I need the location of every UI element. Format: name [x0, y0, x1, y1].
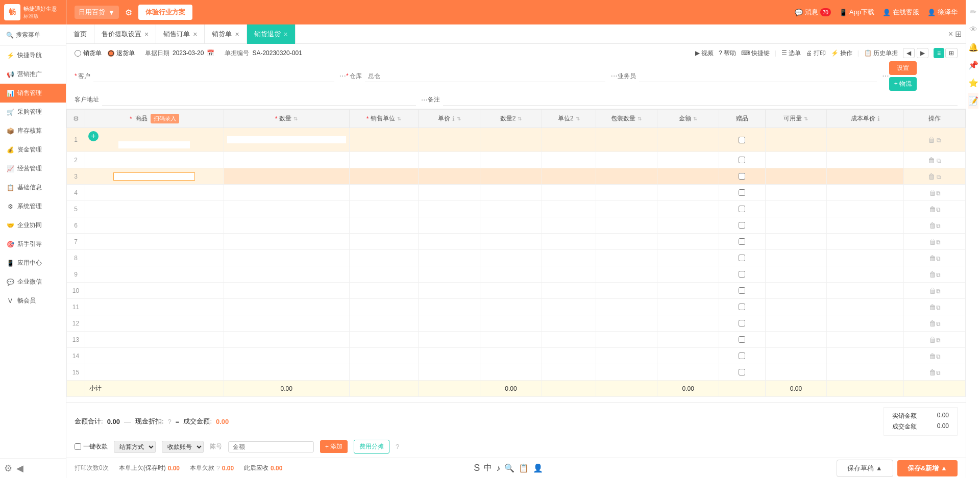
- s-icon5[interactable]: 📋: [519, 463, 529, 473]
- s-icon4[interactable]: 🔍: [504, 463, 514, 473]
- customer-input[interactable]: [93, 70, 334, 82]
- address-input[interactable]: [102, 94, 416, 106]
- gift-checkbox-5[interactable]: [739, 206, 745, 212]
- video-button[interactable]: ▶ 视频: [695, 49, 714, 58]
- copy-row-13-button[interactable]: ⧉: [936, 337, 941, 344]
- topbar-gear-button[interactable]: ⚙: [125, 8, 132, 17]
- s-icon3[interactable]: ♪: [496, 464, 500, 473]
- address-dots-button[interactable]: ···: [421, 95, 428, 105]
- gift-checkbox-10[interactable]: [739, 287, 745, 294]
- copy-row-10-button[interactable]: ⧉: [936, 288, 941, 295]
- copy-row-9-button[interactable]: ⧉: [936, 271, 941, 279]
- tab-sale-order[interactable]: 销售订单 ×: [156, 24, 205, 44]
- tab-sale-return[interactable]: 销货退货 ×: [247, 24, 296, 44]
- delete-row-12-button[interactable]: 🗑: [929, 319, 936, 328]
- sidebar-collapse-button[interactable]: ◀: [16, 463, 23, 474]
- close-tab-button[interactable]: ×: [948, 30, 953, 39]
- gift-checkbox-3[interactable]: [739, 173, 745, 180]
- category-select[interactable]: 日用百货 ▼: [75, 6, 119, 19]
- nav-item-sales[interactable]: 📊 销售管理: [0, 84, 66, 103]
- nav-item-newuser[interactable]: 🎯 新手引导: [0, 235, 66, 254]
- gift-checkbox-6[interactable]: [739, 222, 745, 229]
- delete-row-9-button[interactable]: 🗑: [929, 270, 936, 279]
- user-menu-button[interactable]: 👤 徐泽华: [927, 8, 958, 17]
- nav-item-quicknav[interactable]: ⚡ 快捷导航: [0, 46, 66, 65]
- column-settings-button[interactable]: ⚙: [73, 115, 79, 122]
- gift-checkbox-12[interactable]: [739, 320, 745, 326]
- nav-item-basic[interactable]: 📋 基础信息: [0, 178, 66, 197]
- maximize-button[interactable]: ⊞: [955, 29, 962, 39]
- select-button[interactable]: ☰ 选单: [781, 49, 801, 58]
- qty-input-1[interactable]: [227, 136, 346, 143]
- prev-record-button[interactable]: ◀: [903, 48, 915, 58]
- sale-radio[interactable]: [75, 50, 81, 57]
- logistics-button[interactable]: + 物流: [889, 77, 917, 91]
- tab-sale-price[interactable]: 售价提取设置 ×: [94, 24, 156, 44]
- grid-view-button[interactable]: ⊞: [945, 48, 958, 58]
- tab-sale-delivery[interactable]: 销货单 ×: [205, 24, 247, 44]
- add-payment-button[interactable]: + 添加: [320, 440, 348, 453]
- shortcut-button[interactable]: ⌨ 快捷键: [741, 49, 770, 58]
- delete-row-7-button[interactable]: 🗑: [929, 238, 936, 246]
- tab-home[interactable]: 首页: [66, 24, 94, 44]
- tab-close-sale-delivery[interactable]: ×: [235, 30, 239, 38]
- delete-row-13-button[interactable]: 🗑: [929, 336, 936, 344]
- delete-row-3-button[interactable]: 🗑: [928, 172, 935, 181]
- payment-amount-input[interactable]: [228, 441, 314, 452]
- delete-row-6-button[interactable]: 🗑: [929, 221, 936, 230]
- rp-edit-button[interactable]: ✏: [970, 4, 976, 20]
- gift-checkbox-1[interactable]: [739, 137, 745, 143]
- nav-item-enterprise[interactable]: 🤝 企业协同: [0, 216, 66, 235]
- delete-row-14-button[interactable]: 🗑: [929, 352, 936, 360]
- calendar-icon[interactable]: 📅: [207, 49, 214, 57]
- one-click-pay-checkbox[interactable]: 一键收款: [75, 442, 108, 451]
- tab-close-sale-order[interactable]: ×: [193, 30, 197, 38]
- delete-row-4-button[interactable]: 🗑: [929, 189, 936, 197]
- gift-checkbox-4[interactable]: [739, 189, 745, 196]
- delete-row-2-button[interactable]: 🗑: [928, 156, 935, 164]
- customer-dots-button[interactable]: ···: [339, 71, 346, 81]
- search-menu-button[interactable]: 🔍 搜索菜单: [4, 29, 62, 41]
- copy-row-5-button[interactable]: ⧉: [936, 206, 941, 213]
- online-service-button[interactable]: 👤 在线客服: [883, 8, 919, 17]
- gift-checkbox-9[interactable]: [739, 271, 745, 278]
- delete-row-1-button[interactable]: 🗑: [928, 136, 935, 144]
- s-icon2[interactable]: 中: [484, 463, 492, 473]
- nav-item-system[interactable]: ⚙ 系统管理: [0, 197, 66, 216]
- unit2-sort-icon[interactable]: ⇅: [576, 116, 580, 121]
- next-record-button[interactable]: ▶: [917, 48, 928, 58]
- fee-split-button[interactable]: 费用分摊: [354, 440, 389, 454]
- gift-checkbox-14[interactable]: [739, 353, 745, 359]
- gift-checkbox-8[interactable]: [739, 255, 745, 261]
- copy-row-14-button[interactable]: ⧉: [936, 353, 941, 360]
- copy-row-4-button[interactable]: ⧉: [936, 190, 941, 197]
- one-click-pay-input[interactable]: [75, 443, 81, 450]
- return-radio[interactable]: [108, 50, 114, 57]
- warehouse-dots-button[interactable]: ···: [610, 71, 617, 81]
- qty2-sort-icon[interactable]: ⇅: [518, 116, 522, 121]
- copy-row-2-button[interactable]: ⧉: [937, 157, 941, 164]
- amount-sort-icon[interactable]: ⇅: [693, 116, 697, 121]
- save-new-button[interactable]: 保存&新增 ▲: [897, 460, 958, 476]
- copy-row-6-button[interactable]: ⧉: [936, 222, 941, 230]
- delete-row-10-button[interactable]: 🗑: [929, 287, 936, 295]
- available-sort-icon[interactable]: ⇅: [804, 116, 808, 121]
- nav-item-purchase[interactable]: 🛒 采购管理: [0, 103, 66, 121]
- gift-checkbox-2[interactable]: [739, 157, 745, 163]
- sidebar-settings-button[interactable]: ⚙: [4, 463, 12, 474]
- operate-button[interactable]: ⚡ 操作: [831, 49, 852, 58]
- scan-button[interactable]: 扫码录入: [151, 114, 179, 123]
- copy-row-11-button[interactable]: ⧉: [936, 304, 941, 311]
- copy-row-1-button[interactable]: ⧉: [937, 137, 941, 144]
- app-download-button[interactable]: 📱 App下载: [839, 8, 874, 17]
- qty-sort-icon[interactable]: ⇅: [293, 116, 298, 121]
- delete-row-8-button[interactable]: 🗑: [929, 254, 936, 262]
- gift-checkbox-7[interactable]: [739, 238, 745, 245]
- rp-star-button[interactable]: ⭐: [968, 75, 978, 91]
- rp-bell-button[interactable]: 🔔: [968, 39, 978, 55]
- help-button[interactable]: ? 帮助: [719, 49, 736, 58]
- s-icon1[interactable]: S: [474, 463, 480, 473]
- staff-input[interactable]: [639, 70, 877, 82]
- s-icon6[interactable]: 👤: [533, 463, 543, 473]
- sale-radio-label[interactable]: 销货单: [75, 49, 102, 58]
